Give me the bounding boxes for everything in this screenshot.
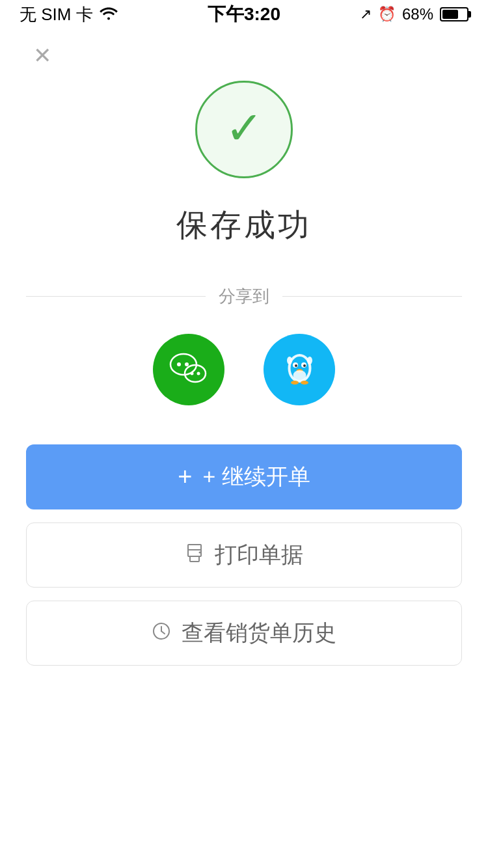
svg-point-15 bbox=[301, 381, 308, 385]
svg-point-5 bbox=[197, 372, 200, 375]
svg-point-1 bbox=[177, 362, 181, 366]
action-buttons: + + 继续开单 打印单据 bbox=[26, 444, 462, 666]
battery-fill bbox=[442, 10, 458, 19]
qq-share-button[interactable] bbox=[264, 334, 335, 405]
svg-point-16 bbox=[287, 357, 292, 364]
history-label: 查看销货单历史 bbox=[182, 618, 336, 648]
svg-point-4 bbox=[191, 372, 194, 375]
print-button[interactable]: 打印单据 bbox=[26, 522, 462, 588]
wifi-icon bbox=[100, 5, 118, 25]
success-title: 保存成功 bbox=[176, 204, 312, 246]
share-divider: 分享到 bbox=[26, 285, 462, 308]
main-content: ✓ 保存成功 分享到 bbox=[0, 29, 488, 666]
wechat-share-button[interactable] bbox=[153, 334, 224, 405]
share-label: 分享到 bbox=[219, 285, 269, 308]
battery-icon bbox=[440, 7, 468, 21]
location-icon: ↗ bbox=[360, 6, 372, 23]
continue-label: + 继续开单 bbox=[202, 462, 310, 492]
svg-point-2 bbox=[185, 362, 189, 366]
status-right: ↗ ⏰ 68% bbox=[360, 5, 468, 23]
status-bar: 无 SIM 卡 下午3:20 ↗ ⏰ 68% bbox=[0, 0, 488, 29]
svg-point-14 bbox=[291, 381, 299, 385]
divider-line-left bbox=[26, 296, 206, 297]
divider-line-right bbox=[282, 296, 462, 297]
svg-point-10 bbox=[295, 364, 297, 367]
status-left: 无 SIM 卡 bbox=[20, 3, 118, 26]
history-icon bbox=[152, 621, 171, 646]
sim-status: 无 SIM 卡 bbox=[20, 3, 93, 26]
continue-button[interactable]: + + 继续开单 bbox=[26, 444, 462, 509]
svg-point-0 bbox=[170, 354, 197, 375]
battery-percent: 68% bbox=[402, 5, 433, 23]
status-time: 下午3:20 bbox=[208, 2, 280, 27]
print-icon bbox=[185, 543, 204, 567]
close-button[interactable]: ✕ bbox=[26, 39, 59, 72]
plus-icon: + bbox=[178, 463, 192, 491]
checkmark-icon: ✓ bbox=[225, 105, 264, 151]
svg-point-13 bbox=[293, 370, 306, 381]
svg-point-11 bbox=[303, 364, 306, 367]
share-icons bbox=[153, 334, 335, 405]
print-label: 打印单据 bbox=[215, 540, 303, 570]
share-section: 分享到 bbox=[26, 285, 462, 405]
svg-point-17 bbox=[307, 357, 312, 364]
svg-point-21 bbox=[199, 551, 201, 553]
history-button[interactable]: 查看销货单历史 bbox=[26, 601, 462, 666]
alarm-icon: ⏰ bbox=[378, 6, 396, 23]
close-icon: ✕ bbox=[33, 42, 51, 68]
success-circle: ✓ bbox=[195, 81, 293, 178]
svg-line-24 bbox=[161, 631, 165, 634]
